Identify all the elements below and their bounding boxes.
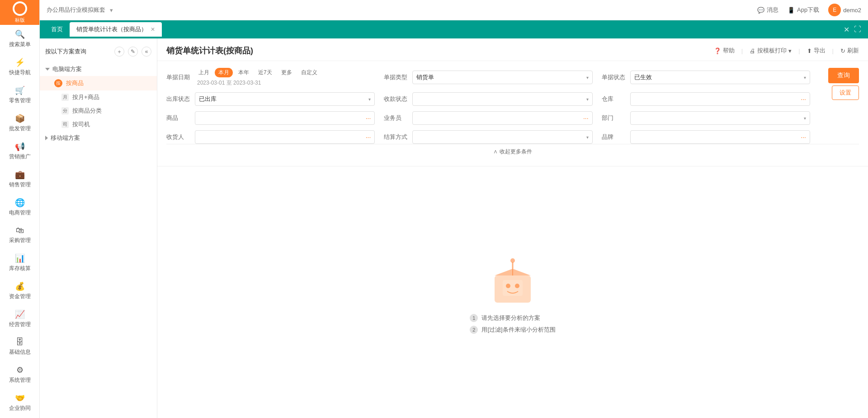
pc-scheme-group: 电脑端方案 按 按商品 月 按月+商品 分 按商品分类 司 按司机 [40,62,157,131]
doc-type-select[interactable]: 销货单 ▾ [412,71,592,84]
date-btn-custom[interactable]: 自定义 [297,68,321,77]
svg-point-2 [506,284,510,288]
scheme-item-by-cashier[interactable]: 司 按司机 [40,118,157,131]
scheme-by-category-label: 按商品分类 [72,107,102,115]
sidebar-nav: 🔍 搜索菜单 ⚡ 快捷导航 🛒 零售管理 📦 批发管理 📢 营销推广 💼 销售管… [0,25,39,418]
add-scheme-btn[interactable]: ＋ [114,47,124,57]
department-select[interactable]: ▾ [630,111,810,125]
logo[interactable]: 标版 [0,0,40,25]
divider-2: | [798,48,800,54]
salesperson-input[interactable]: ··· [412,111,592,125]
warehouse-input[interactable]: ··· [630,92,810,106]
settings-button[interactable]: 设置 [832,86,859,100]
doc-status-select[interactable]: 已生效 ▾ [630,71,810,84]
logo-subtitle: 标版 [15,17,25,24]
sidebar-ecommerce-label: 电商管理 [9,209,31,217]
scheme-item-by-category[interactable]: 分 按商品分类 [40,104,157,118]
date-btn-this-month[interactable]: 本月 [215,68,233,77]
sidebar-marketing-label: 营销推广 [9,153,31,161]
window-maximize-icon[interactable]: ⛶ [854,25,861,34]
edit-scheme-btn[interactable]: ✎ [128,47,138,57]
sidebar-search-label: 搜索菜单 [9,41,31,48]
sidebar-item-basic[interactable]: 🗄 基础信息 [0,333,39,361]
date-btn-last-month[interactable]: 上月 [195,68,213,77]
quicknav-icon: ⚡ [15,57,25,67]
department-label: 部门 [602,114,627,122]
recipient-input[interactable]: ··· [195,130,375,144]
brand-input[interactable]: ··· [630,130,810,144]
user-menu[interactable]: E demo2 [828,4,861,16]
pc-scheme-header[interactable]: 电脑端方案 [40,62,157,76]
sidebar-item-retail[interactable]: 🛒 零售管理 [0,81,39,109]
sidebar-item-operations[interactable]: 📈 经营管理 [0,305,39,333]
collapse-panel-btn[interactable]: « [142,47,151,57]
sidebar-finance-label: 资金管理 [9,293,31,300]
sidebar-item-ecommerce[interactable]: 🌐 电商管理 [0,193,39,221]
content: 按以下方案查询 ＋ ✎ « 电脑端方案 按 按商品 月 按月+商 [40,38,868,418]
sidebar-item-enterprise[interactable]: 🤝 企业协同 [0,389,39,417]
sidebar-item-sales[interactable]: 💼 销售管理 [0,165,39,193]
salesperson-label: 业务员 [384,114,409,122]
sidebar-enterprise-label: 企业协同 [9,404,31,412]
warehouse-dots[interactable]: ··· [801,95,806,103]
divider-1: | [741,48,743,54]
brand-dots[interactable]: ··· [801,133,806,141]
message-btn[interactable]: 💬 消息 [757,6,778,14]
mobile-scheme-group[interactable]: 移动端方案 [40,131,157,145]
settlement-select[interactable]: ▾ [412,130,592,144]
wholesale-icon: 📦 [15,114,25,124]
warehouse-status-select[interactable]: 已出库 ▾ [195,92,375,106]
product-input[interactable]: ··· [195,111,375,125]
sub-icon-2: 分 [61,107,69,114]
basic-icon: 🗄 [16,337,24,347]
scheme-by-product-label: 按商品 [66,79,84,87]
marketing-icon: 📢 [15,142,25,152]
receipt-status-arrow: ▾ [586,97,589,102]
warehouse-status-value: 已出库 [199,95,217,103]
template-print-btn[interactable]: 🖨 按模板打印 ▾ [750,47,792,55]
empty-hint-1: 1 请先选择要分析的方案 [470,314,555,322]
export-btn[interactable]: ⬆ 导出 [807,47,826,55]
doc-type-arrow: ▾ [586,75,589,80]
app-download-btn[interactable]: 📱 App下载 [788,6,819,14]
tab-close-icon[interactable]: ✕ [151,26,155,33]
sidebar-item-search[interactable]: 🔍 搜索菜单 [0,25,39,53]
help-icon: ❓ [714,48,721,54]
sidebar-item-wholesale[interactable]: 📦 批发管理 [0,109,39,137]
date-btn-this-year[interactable]: 本年 [235,68,253,77]
sidebar-system-label: 系统管理 [9,376,31,384]
date-btn-more[interactable]: 更多 [278,68,296,77]
search-icon: 🔍 [15,29,25,39]
filter-date: 单据日期 上月 本月 本年 近7天 更多 自定义 2023-03-01 至 20… [166,68,375,87]
filter-salesperson: 业务员 ··· [384,111,592,125]
main-area: 办公用品行业模拟账套 ▾ 💬 消息 📱 App下载 E demo2 首页 销货单… [40,0,868,418]
collapse-filter-btn[interactable]: ∧ 收起更多条件 [166,144,859,159]
sidebar-item-inventory[interactable]: 📊 库存核算 [0,249,39,277]
filter-department: 部门 ▾ [602,111,810,125]
breadcrumb-dropdown-icon[interactable]: ▾ [110,7,113,14]
date-btn-7days[interactable]: 近7天 [255,68,276,77]
sidebar-item-system[interactable]: ⚙ 系统管理 [0,361,39,389]
salesperson-dots[interactable]: ··· [583,114,589,122]
tab-sales-stat[interactable]: 销货单统计计表（按商品） ✕ [70,22,162,37]
sidebar-item-purchase[interactable]: 🛍 采购管理 [0,221,39,249]
doc-status-value: 已生效 [634,73,652,81]
sidebar-item-finance[interactable]: 💰 资金管理 [0,277,39,305]
refresh-icon: ↻ [840,48,845,54]
sidebar-item-quicknav[interactable]: ⚡ 快捷导航 [0,53,39,81]
scheme-item-by-month-product[interactable]: 月 按月+商品 [40,90,157,104]
help-btn[interactable]: ❓ 帮助 [714,47,735,55]
tab-home[interactable]: 首页 [44,22,70,37]
refresh-btn[interactable]: ↻ 刷新 [840,47,859,55]
query-button[interactable]: 查询 [828,68,859,83]
divider-3: | [832,48,834,54]
window-close-icon[interactable]: ✕ [844,25,849,34]
recipient-dots[interactable]: ··· [366,133,371,141]
receipt-status-select[interactable]: ▾ [412,92,592,106]
sidebar-inventory-label: 库存核算 [9,265,31,272]
doc-type-value: 销货单 [416,73,434,81]
scheme-item-by-product[interactable]: 按 按商品 [40,76,157,90]
product-dots[interactable]: ··· [366,114,371,122]
filter-area: 单据日期 上月 本月 本年 近7天 更多 自定义 2023-03-01 至 20… [157,61,868,166]
sidebar-item-marketing[interactable]: 📢 营销推广 [0,137,39,165]
